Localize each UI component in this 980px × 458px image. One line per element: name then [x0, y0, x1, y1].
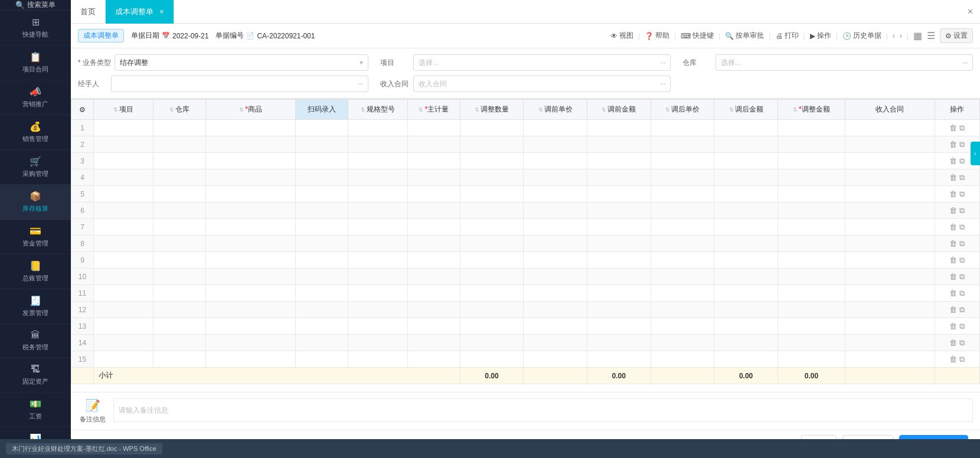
cell-warehouse[interactable] [153, 285, 206, 302]
cell-product[interactable] [205, 351, 295, 368]
cell-after-amount[interactable] [714, 285, 778, 302]
cell-scan[interactable] [295, 153, 348, 169]
cell-after-price[interactable] [651, 136, 714, 153]
copy-row-button[interactable]: ⧉ [959, 256, 965, 265]
cell-spec[interactable] [348, 335, 407, 351]
delete-row-button[interactable]: 🗑 [949, 189, 957, 199]
col-after-price[interactable]: ⇅调后单价 [651, 100, 714, 120]
cell-warehouse[interactable] [153, 318, 206, 335]
delete-row-button[interactable]: 🗑 [949, 173, 957, 182]
delete-row-button[interactable]: 🗑 [949, 206, 957, 215]
cell-after-price[interactable] [651, 351, 714, 368]
cell-before-price[interactable] [524, 186, 587, 202]
sidebar-item-ledger[interactable]: 📒总账管理 [0, 254, 71, 289]
cell-warehouse[interactable] [153, 136, 206, 153]
grid-view-icon[interactable]: ▦ [913, 30, 922, 41]
cell-warehouse[interactable] [153, 252, 206, 269]
cell-before-price[interactable] [524, 219, 587, 235]
cell-after-price[interactable] [651, 302, 714, 318]
cell-spec[interactable] [348, 136, 407, 153]
sidebar-item-purchase[interactable]: 🛒采购管理 [0, 150, 71, 185]
col-before-price[interactable]: ⇅调前单价 [524, 100, 587, 120]
copy-row-button[interactable]: ⧉ [959, 272, 965, 282]
cell-income-contract[interactable] [845, 202, 935, 219]
sidebar-item-finance[interactable]: 💳资金管理 [0, 220, 71, 254]
cell-scan[interactable] [295, 120, 348, 136]
cell-after-price[interactable] [651, 186, 714, 202]
cell-adjust-amount[interactable] [778, 169, 845, 186]
cell-before-amount[interactable] [587, 269, 651, 285]
cell-unit[interactable] [407, 136, 460, 153]
cell-warehouse[interactable] [153, 335, 206, 351]
cell-warehouse[interactable] [153, 219, 206, 235]
cell-unit[interactable] [407, 335, 460, 351]
cell-project[interactable] [94, 302, 153, 318]
cell-qty[interactable] [460, 269, 524, 285]
copy-row-button[interactable]: ⧉ [959, 322, 965, 331]
cell-spec[interactable] [348, 351, 407, 368]
cell-product[interactable] [205, 120, 295, 136]
delete-row-button[interactable]: 🗑 [949, 239, 957, 248]
delete-row-button[interactable]: 🗑 [949, 156, 957, 166]
cell-after-amount[interactable] [714, 269, 778, 285]
cell-scan[interactable] [295, 269, 348, 285]
cell-unit[interactable] [407, 318, 460, 335]
cell-before-amount[interactable] [587, 202, 651, 219]
cell-after-amount[interactable] [714, 186, 778, 202]
cell-scan[interactable] [295, 285, 348, 302]
cell-before-price[interactable] [524, 252, 587, 269]
cell-spec[interactable] [348, 318, 407, 335]
project-input[interactable]: 选择... ··· [413, 54, 671, 71]
cell-after-amount[interactable] [714, 219, 778, 235]
col-warehouse[interactable]: ⇅仓库 [153, 100, 206, 120]
cell-after-price[interactable] [651, 235, 714, 252]
help-action[interactable]: ❓ 帮助 [645, 31, 669, 41]
cell-adjust-amount[interactable] [778, 318, 845, 335]
cell-before-price[interactable] [524, 136, 587, 153]
cell-after-amount[interactable] [714, 335, 778, 351]
cell-before-price[interactable] [524, 335, 587, 351]
sidebar-item-salary[interactable]: 💵工资 [0, 392, 71, 427]
delete-row-button[interactable]: 🗑 [949, 256, 957, 265]
col-unit[interactable]: ⇅*主计量 [407, 100, 460, 120]
cell-adjust-amount[interactable] [778, 136, 845, 153]
col-qty[interactable]: ⇅调整数量 [460, 100, 524, 120]
cell-unit[interactable] [407, 252, 460, 269]
cell-spec[interactable] [348, 302, 407, 318]
col-adjust-amount[interactable]: ⇅*调整金额 [778, 100, 845, 120]
cell-adjust-amount[interactable] [778, 335, 845, 351]
cell-income-contract[interactable] [845, 120, 935, 136]
cell-product[interactable] [205, 285, 295, 302]
cell-before-price[interactable] [524, 153, 587, 169]
cell-scan[interactable] [295, 335, 348, 351]
col-product[interactable]: ⇅*商品 [205, 100, 295, 120]
cell-warehouse[interactable] [153, 302, 206, 318]
delete-row-button[interactable]: 🗑 [949, 305, 957, 315]
cell-project[interactable] [94, 318, 153, 335]
copy-row-button[interactable]: ⧉ [959, 223, 965, 232]
cell-warehouse[interactable] [153, 269, 206, 285]
cell-product[interactable] [205, 335, 295, 351]
cell-scan[interactable] [295, 318, 348, 335]
copy-row-button[interactable]: ⧉ [959, 289, 965, 298]
cell-qty[interactable] [460, 186, 524, 202]
cell-after-amount[interactable] [714, 302, 778, 318]
cell-scan[interactable] [295, 202, 348, 219]
cell-warehouse[interactable] [153, 351, 206, 368]
copy-row-button[interactable]: ⧉ [959, 206, 965, 215]
cell-before-amount[interactable] [587, 252, 651, 269]
arrow-prev-icon[interactable]: ‹ [893, 32, 895, 40]
warehouse-input[interactable]: 选择... ··· [716, 54, 973, 71]
cell-project[interactable] [94, 219, 153, 235]
cell-after-amount[interactable] [714, 252, 778, 269]
cell-qty[interactable] [460, 219, 524, 235]
cell-product[interactable] [205, 252, 295, 269]
col-spec[interactable]: ⇅规格型号 [348, 100, 407, 120]
sidebar-item-marketing[interactable]: 📣营销推广 [0, 80, 71, 115]
cell-after-price[interactable] [651, 252, 714, 269]
cell-unit[interactable] [407, 153, 460, 169]
cell-after-amount[interactable] [714, 153, 778, 169]
copy-row-button[interactable]: ⧉ [959, 189, 965, 199]
income-contract-input[interactable]: 收入合同 ··· [413, 76, 671, 92]
cell-qty[interactable] [460, 120, 524, 136]
